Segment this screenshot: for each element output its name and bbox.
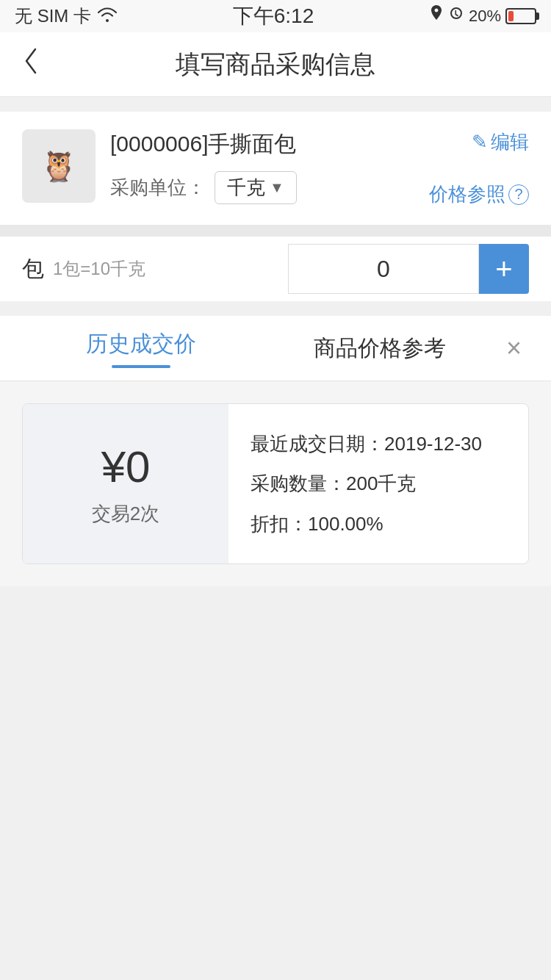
product-header: 🦉 [0000006]手撕面包 采购单位： 千克 ▼ ✎ 编辑 价格参照 xyxy=(22,129,529,207)
alarm-icon xyxy=(448,6,464,26)
page-title: 填写商品采购信息 xyxy=(176,48,375,82)
tabs-bar: 历史成交价 商品价格参考 × xyxy=(0,316,551,381)
discount-row: 折扣：100.00% xyxy=(251,511,506,537)
status-time: 下午6:12 xyxy=(233,2,314,30)
plus-icon: + xyxy=(495,253,512,286)
increase-button[interactable]: + xyxy=(479,244,529,294)
price-value: 0 xyxy=(126,442,150,491)
tab-active-indicator xyxy=(112,365,170,368)
recent-date-row: 最近成交日期：2019-12-30 xyxy=(251,430,506,457)
product-info: [0000006]手撕面包 采购单位： 千克 ▼ xyxy=(110,129,297,204)
unit-label: 采购单位： xyxy=(110,175,206,201)
carrier-text: 无 SIM 卡 xyxy=(15,4,91,28)
product-logo-icon: 🦉 xyxy=(40,149,77,184)
currency-symbol: ¥ xyxy=(101,442,126,491)
quantity-unit-info: 包 1包=10千克 xyxy=(22,254,145,284)
battery-percent: 20% xyxy=(469,7,501,26)
product-name: [0000006]手撕面包 xyxy=(110,129,297,159)
status-bar: 无 SIM 卡 下午6:12 20% xyxy=(0,0,551,32)
section-divider xyxy=(0,225,551,237)
quantity-input-wrapper: 0 xyxy=(288,244,479,294)
wifi-icon xyxy=(97,6,118,26)
quantity-row: 包 1包=10千克 0 + xyxy=(0,237,551,301)
product-left: 🦉 [0000006]手撕面包 采购单位： 千克 ▼ xyxy=(22,129,297,204)
recent-date-label: 最近成交日期： xyxy=(251,433,384,455)
nav-bar: 填写商品采购信息 xyxy=(0,32,551,97)
back-button[interactable] xyxy=(22,46,40,82)
content-area: ¥0 交易2次 最近成交日期：2019-12-30 采购数量：200千克 折扣：… xyxy=(0,381,551,586)
edit-icon: ✎ xyxy=(472,131,488,154)
price-ref-button[interactable]: 价格参照 ? xyxy=(429,181,529,207)
unit-value: 千克 xyxy=(227,175,265,201)
tab-price-ref-label: 商品价格参考 xyxy=(314,334,446,364)
unit-select[interactable]: 千克 ▼ xyxy=(215,171,297,204)
location-icon xyxy=(429,5,444,27)
battery-fill xyxy=(508,11,514,21)
unit-conversion-label: 1包=10千克 xyxy=(53,257,145,281)
recent-date-value: 2019-12-30 xyxy=(384,433,482,455)
edit-button[interactable]: ✎ 编辑 xyxy=(472,129,529,155)
tab-history-label: 历史成交价 xyxy=(86,329,196,359)
tab-history-price[interactable]: 历史成交价 xyxy=(22,316,260,381)
quantity-controls: 0 + xyxy=(288,244,529,294)
battery-icon xyxy=(505,8,536,24)
status-right: 20% xyxy=(429,5,536,27)
product-unit-row: 采购单位： 千克 ▼ xyxy=(110,171,297,204)
discount-label: 折扣： xyxy=(251,513,308,535)
close-button[interactable]: × xyxy=(499,333,529,364)
price-ref-label: 价格参照 xyxy=(429,181,505,207)
edit-label: 编辑 xyxy=(491,129,529,155)
price-summary-panel: ¥0 交易2次 xyxy=(23,404,228,563)
purchase-qty-row: 采购数量：200千克 xyxy=(251,470,506,497)
discount-value: 100.00% xyxy=(308,513,383,535)
purchase-qty-label: 采购数量： xyxy=(251,472,346,494)
product-thumbnail: 🦉 xyxy=(22,129,96,203)
price-amount: ¥0 xyxy=(101,442,151,492)
price-details-panel: 最近成交日期：2019-12-30 采购数量：200千克 折扣：100.00% xyxy=(228,404,528,563)
quantity-value[interactable]: 0 xyxy=(377,256,390,283)
product-card: 🦉 [0000006]手撕面包 采购单位： 千克 ▼ ✎ 编辑 价格参照 xyxy=(0,112,551,225)
help-icon: ? xyxy=(508,184,529,205)
unit-name-label: 包 xyxy=(22,254,44,284)
dropdown-arrow-icon: ▼ xyxy=(270,179,284,196)
status-left: 无 SIM 卡 xyxy=(15,4,118,28)
trade-count: 交易2次 xyxy=(92,501,159,527)
price-card: ¥0 交易2次 最近成交日期：2019-12-30 采购数量：200千克 折扣：… xyxy=(22,403,529,564)
purchase-qty-value: 200千克 xyxy=(346,472,416,494)
product-actions: ✎ 编辑 价格参照 ? xyxy=(429,129,529,207)
tab-price-ref[interactable]: 商品价格参考 xyxy=(260,316,498,381)
